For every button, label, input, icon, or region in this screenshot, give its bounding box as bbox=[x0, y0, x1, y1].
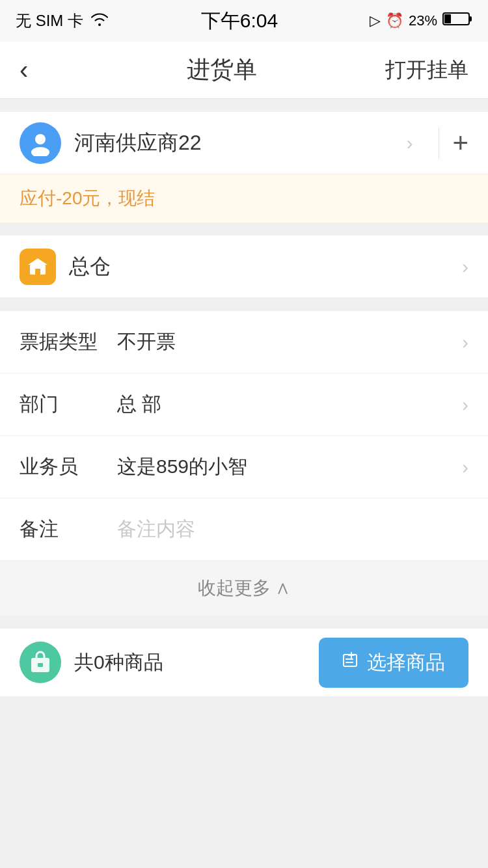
supplier-chevron-icon: › bbox=[406, 132, 413, 154]
salesperson-value: 这是859的小智 bbox=[111, 454, 462, 480]
department-value: 总 部 bbox=[111, 391, 462, 418]
collapse-row[interactable]: 收起更多 ∧ bbox=[0, 561, 488, 616]
status-left: 无 SIM 卡 bbox=[16, 10, 109, 31]
empty-area bbox=[0, 696, 488, 868]
remark-input[interactable]: 备注内容 bbox=[111, 516, 468, 543]
select-product-label: 选择商品 bbox=[367, 649, 445, 676]
warehouse-row[interactable]: 总仓 › bbox=[0, 236, 488, 298]
warehouse-chevron-icon: › bbox=[462, 256, 468, 278]
product-icon bbox=[20, 642, 61, 683]
bottom-bar: 共0种商品 选择商品 bbox=[0, 629, 488, 696]
salesperson-chevron-icon: › bbox=[462, 456, 468, 478]
battery-text: 23% bbox=[409, 12, 437, 29]
invoice-type-row[interactable]: 票据类型 不开票 › bbox=[0, 311, 488, 373]
salesperson-row[interactable]: 业务员 这是859的小智 › bbox=[0, 436, 488, 498]
remark-label: 备注 bbox=[20, 516, 111, 543]
supplier-section: 河南供应商22 › + 应付-20元，现结 bbox=[0, 112, 488, 223]
department-row[interactable]: 部门 总 部 › bbox=[0, 373, 488, 436]
select-product-icon bbox=[342, 651, 360, 674]
svg-point-3 bbox=[35, 134, 46, 144]
svg-rect-7 bbox=[35, 269, 40, 275]
svg-rect-10 bbox=[344, 655, 357, 666]
svg-marker-6 bbox=[28, 258, 47, 265]
divider bbox=[439, 127, 439, 159]
status-time: 下午6:04 bbox=[201, 8, 278, 34]
section-gap-3 bbox=[0, 298, 488, 311]
section-gap-2 bbox=[0, 223, 488, 236]
page-title: 进货单 bbox=[187, 54, 257, 86]
supplier-row[interactable]: 河南供应商22 › + bbox=[0, 112, 488, 174]
svg-rect-1 bbox=[444, 14, 451, 23]
alarm-icon: ⏰ bbox=[386, 12, 403, 29]
status-bar: 无 SIM 卡 下午6:04 ▷ ⏰ 23% bbox=[0, 0, 488, 42]
remark-row[interactable]: 备注 备注内容 bbox=[0, 498, 488, 561]
supplier-name: 河南供应商22 bbox=[74, 129, 406, 157]
invoice-type-chevron-icon: › bbox=[462, 331, 468, 353]
battery-icon bbox=[442, 12, 472, 30]
select-product-button[interactable]: 选择商品 bbox=[319, 638, 468, 688]
collapse-label: 收起更多 ∧ bbox=[198, 576, 291, 601]
wifi-icon bbox=[90, 12, 109, 30]
location-icon: ▷ bbox=[370, 12, 381, 29]
invoice-type-label: 票据类型 bbox=[20, 329, 111, 355]
supplier-avatar bbox=[20, 122, 61, 164]
section-gap-4 bbox=[0, 616, 488, 629]
salesperson-label: 业务员 bbox=[20, 454, 111, 480]
product-count: 共0种商品 bbox=[74, 649, 319, 676]
svg-rect-2 bbox=[469, 16, 472, 21]
section-gap-1 bbox=[0, 99, 488, 112]
svg-rect-9 bbox=[38, 663, 43, 667]
warehouse-section: 总仓 › bbox=[0, 236, 488, 298]
department-label: 部门 bbox=[20, 391, 111, 418]
open-pending-button[interactable]: 打开挂单 bbox=[385, 56, 468, 85]
svg-point-4 bbox=[31, 147, 49, 156]
notice-banner: 应付-20元，现结 bbox=[0, 174, 488, 223]
warehouse-label: 总仓 bbox=[69, 252, 462, 281]
notice-text: 应付-20元，现结 bbox=[20, 188, 155, 208]
add-supplier-button[interactable]: + bbox=[452, 129, 468, 157]
status-right: ▷ ⏰ 23% bbox=[370, 12, 472, 30]
invoice-type-value: 不开票 bbox=[111, 329, 462, 355]
department-chevron-icon: › bbox=[462, 394, 468, 416]
form-section: 票据类型 不开票 › 部门 总 部 › 业务员 这是859的小智 › 备注 备注… bbox=[0, 311, 488, 561]
nav-bar: ‹ 进货单 打开挂单 bbox=[0, 42, 488, 99]
back-button[interactable]: ‹ bbox=[20, 55, 59, 85]
carrier-text: 无 SIM 卡 bbox=[16, 10, 83, 31]
warehouse-icon bbox=[20, 249, 56, 285]
